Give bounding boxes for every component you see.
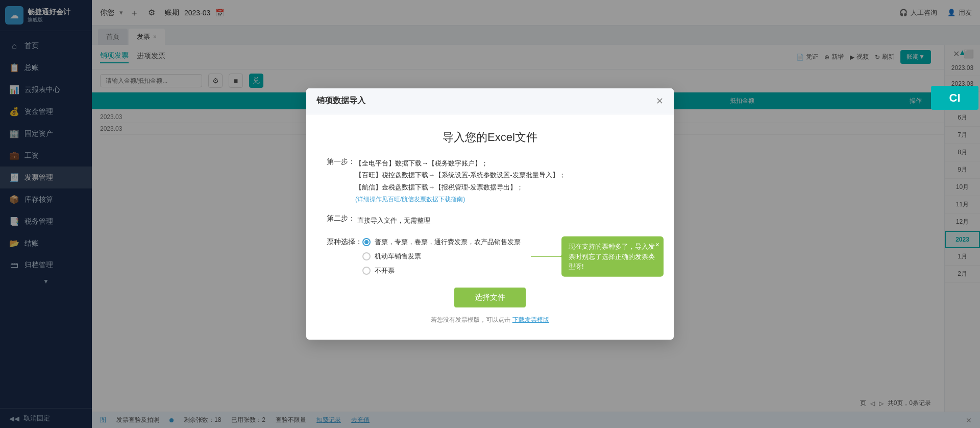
- radio-general-label: 普票，专票，卷票，通行费发票，农产品销售发票: [375, 237, 521, 247]
- step1-content: 【全电平台】数据下载→【税务数字账户】； 【百旺】税控盘数据下载→【系统设置-系…: [355, 157, 566, 204]
- step2-label: 第二步：: [327, 214, 355, 223]
- footer-text: 若您没有发票模版，可以点击: [431, 316, 510, 323]
- step2-section: 第二步： 直接导入文件，无需整理: [327, 214, 653, 227]
- modal-overlay: 销项数据导入 ✕ 导入您的Excel文件 第一步： 【全电平台】数据下载→【税务…: [0, 0, 980, 428]
- step1-row: 第一步： 【全电平台】数据下载→【税务数字账户】； 【百旺】税控盘数据下载→【系…: [327, 157, 653, 204]
- step1-section: 第一步： 【全电平台】数据下载→【税务数字账户】； 【百旺】税控盘数据下载→【系…: [327, 157, 653, 204]
- modal-main-title: 导入您的Excel文件: [327, 130, 653, 145]
- modal-header: 销项数据导入 ✕: [306, 88, 674, 114]
- radio-circle-general: [362, 238, 371, 246]
- radio-general[interactable]: 普票，专票，卷票，通行费发票，农产品销售发票: [362, 237, 521, 247]
- step2-text: 直接导入文件，无需整理: [357, 215, 430, 226]
- modal-close-button[interactable]: ✕: [656, 96, 664, 107]
- step1-line2: 【百旺】税控盘数据下载→【系统设置-系统参数设置-发票批量导入】；: [355, 169, 566, 181]
- import-modal: 销项数据导入 ✕ 导入您的Excel文件 第一步： 【全电平台】数据下载→【税务…: [306, 88, 674, 340]
- modal-body: 导入您的Excel文件 第一步： 【全电平台】数据下载→【税务数字账户】； 【百…: [306, 114, 674, 340]
- tooltip-close-button[interactable]: ×: [655, 240, 659, 250]
- step1-guide-link[interactable]: (详细操作见百旺/航信发票数据下载指南): [355, 196, 465, 203]
- radio-circle-motor: [362, 252, 371, 260]
- radio-no-ticket-label: 不开票: [375, 266, 395, 275]
- radio-group: 普票，专票，卷票，通行费发票，农产品销售发票 机动车销售发票 ×: [362, 237, 521, 275]
- tooltip-text: 现在支持的票种多了，导入发票时别忘了选择正确的发票类型呀!: [569, 243, 655, 270]
- ticket-choice-section: 票种选择： 普票，专票，卷票，通行费发票，农产品销售发票 机动车销售发票: [327, 237, 653, 275]
- step1-line3: 【航信】金税盘数据下载→【报税管理-发票数据导出】；: [355, 181, 566, 193]
- radio-no-ticket[interactable]: 不开票: [362, 266, 521, 275]
- tooltip-bubble: × 现在支持的票种多了，导入发票时别忘了选择正确的发票类型呀!: [561, 236, 664, 277]
- modal-footer: 若您没有发票模版，可以点击 下载发票模版: [327, 316, 653, 324]
- radio-motor-label: 机动车销售发票: [375, 252, 421, 261]
- ticket-choice-label: 票种选择：: [327, 237, 362, 247]
- step1-link-line: (详细操作见百旺/航信发票数据下载指南): [355, 195, 566, 204]
- step1-line1: 【全电平台】数据下载→【税务数字账户】；: [355, 157, 566, 169]
- download-template-link[interactable]: 下载发票模版: [512, 316, 549, 323]
- ci-badge: CI: [931, 86, 978, 110]
- step1-label: 第一步：: [327, 157, 355, 167]
- radio-motor[interactable]: 机动车销售发票 × 现在支持的票种多了，导入发票时别忘了选择正确的发票类型呀!: [362, 252, 521, 261]
- select-file-button[interactable]: 选择文件: [454, 288, 526, 307]
- modal-title: 销项数据导入: [316, 96, 365, 106]
- radio-circle-no-ticket: [362, 267, 371, 275]
